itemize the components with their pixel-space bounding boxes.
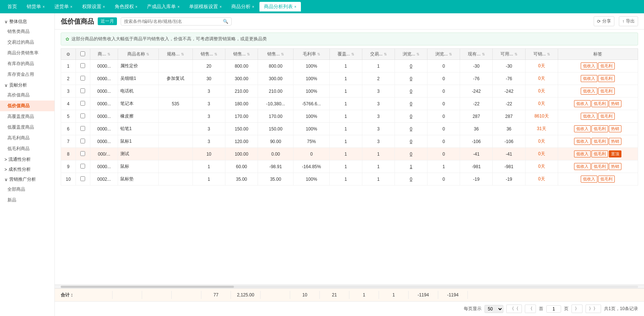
row-checkbox[interactable]: [80, 113, 85, 118]
sidebar-group-marketing[interactable]: ∨ 营销推广分析: [0, 174, 54, 184]
sidebar-item-sales-goods[interactable]: 销售类商品: [0, 26, 54, 37]
row-checkbox[interactable]: [80, 76, 85, 81]
sidebar-item-high-coverage[interactable]: 高覆盖度商品: [0, 111, 54, 122]
row-checkbox[interactable]: [80, 176, 85, 181]
page-number-input[interactable]: [546, 305, 561, 313]
tag: 低收入: [581, 176, 597, 183]
sidebar-group-growth[interactable]: > 成长性分析: [0, 164, 54, 174]
browse-link[interactable]: 0: [410, 177, 412, 182]
col-sales-price[interactable]: 销售... ⇅: [225, 49, 258, 60]
close-icon[interactable]: ×: [70, 5, 73, 9]
cell-available: -41: [493, 148, 525, 160]
row-checkbox[interactable]: [80, 88, 85, 93]
close-icon[interactable]: ×: [219, 5, 222, 9]
col-available[interactable]: 可用... ⇅: [493, 49, 525, 60]
sidebar-item-new-goods[interactable]: 新品: [0, 195, 54, 205]
sidebar-item-all-goods[interactable]: 全部商品: [0, 184, 54, 195]
prev-page-button[interactable]: 〈: [525, 305, 536, 313]
cell-browse1: 1: [395, 160, 427, 173]
nav-permissions[interactable]: 权限设置 ×: [78, 2, 110, 11]
sidebar-item-stock-goods[interactable]: 有库存的商品: [0, 58, 54, 69]
cell-sales-amount: 90.00: [258, 135, 294, 148]
page-size-select[interactable]: 50 100: [484, 305, 503, 313]
sidebar-item-category-rate[interactable]: 商品分类销售率: [0, 48, 54, 58]
row-checkbox[interactable]: [80, 63, 85, 68]
browse-link[interactable]: 0: [410, 114, 412, 119]
select-all-checkbox[interactable]: [80, 51, 85, 56]
browse-link[interactable]: 0: [410, 139, 412, 144]
cell-current: 287: [460, 110, 493, 123]
row-checkbox[interactable]: [80, 126, 85, 131]
cell-sales-price: 180.00: [225, 98, 258, 110]
col-coverage[interactable]: 覆盖... ⇅: [329, 49, 362, 60]
last-page-button[interactable]: 〉〉: [586, 305, 601, 313]
nav-home[interactable]: 首页: [3, 2, 21, 11]
nav-roles[interactable]: 角色授权 ×: [110, 2, 142, 11]
cell-coverage: 1: [329, 135, 362, 148]
sidebar-item-high-margin[interactable]: 高毛利商品: [0, 133, 54, 143]
col-sellable[interactable]: 可销... ⇅: [525, 49, 558, 60]
browse-link[interactable]: 0: [410, 76, 412, 81]
row-checkbox[interactable]: [80, 164, 85, 169]
nav-sales-order[interactable]: 销货单 ×: [22, 2, 49, 11]
col-gross-rate[interactable]: 毛利率 ⇅: [294, 49, 329, 60]
horizontal-scrollbar[interactable]: [55, 285, 644, 288]
nav-product-analysis[interactable]: 商品分析 ×: [227, 2, 259, 11]
first-page-button[interactable]: 〈〈: [506, 305, 522, 313]
scroll-thumb: [61, 286, 234, 288]
sidebar-item-traded-goods[interactable]: 交易过的商品: [0, 37, 54, 48]
sidebar-group-circulation[interactable]: > 流通性分析: [0, 154, 54, 164]
sidebar-item-low-value[interactable]: 低价值商品: [0, 101, 54, 111]
footer-spacer3: [142, 291, 172, 299]
close-icon[interactable]: ×: [252, 5, 254, 9]
row-checkbox[interactable]: [80, 101, 85, 106]
close-icon[interactable]: ×: [177, 5, 180, 9]
next-page-button[interactable]: 〉: [571, 305, 583, 313]
cell-sales-amount: 0.00: [258, 148, 294, 160]
col-code[interactable]: 商... ⇅: [90, 49, 118, 60]
browse-link[interactable]: 0: [410, 101, 412, 106]
sidebar-item-low-margin[interactable]: 低毛利商品: [0, 143, 54, 154]
date-badge[interactable]: 近一月: [98, 17, 117, 25]
sidebar-item-stock-capital[interactable]: 库存资金占用: [0, 69, 54, 80]
browse-link[interactable]: 0: [410, 89, 412, 94]
col-browse1[interactable]: 浏览... ⇅: [395, 49, 427, 60]
browse-link[interactable]: 1: [410, 164, 412, 169]
col-settings[interactable]: ⚙: [61, 49, 76, 60]
sidebar-group-contribution[interactable]: ∨ 贡献分析: [0, 80, 54, 90]
sidebar-group-overall[interactable]: ∨ 整体信息: [0, 16, 54, 26]
browse-link[interactable]: 0: [410, 64, 412, 69]
close-icon[interactable]: ×: [43, 5, 45, 9]
nav-product-stock[interactable]: 产成品入库单 ×: [142, 2, 184, 11]
cell-browse2: 0: [427, 110, 460, 123]
col-spec[interactable]: 规格... ⇅: [158, 49, 192, 60]
export-button[interactable]: ↑ 导出: [619, 16, 638, 26]
search-icon[interactable]: 🔍: [223, 19, 228, 24]
browse-link[interactable]: 0: [410, 126, 412, 132]
col-name[interactable]: 商品名称 ⇅: [118, 49, 158, 60]
cell-available: -19: [493, 173, 525, 186]
cell-trade: 2: [362, 72, 395, 85]
row-checkbox[interactable]: [80, 139, 85, 143]
search-input[interactable]: [124, 19, 221, 24]
close-icon[interactable]: ×: [103, 5, 105, 9]
sidebar-item-low-coverage[interactable]: 低覆盖度商品: [0, 122, 54, 133]
cell-tags: 低收入低毛利置顶: [558, 148, 638, 160]
col-current[interactable]: 现有... ⇅: [460, 49, 493, 60]
nav-product-analysis-list[interactable]: 商品分析列表 ×: [259, 2, 301, 11]
close-icon[interactable]: ×: [135, 5, 138, 9]
share-button[interactable]: ⟳ 分享: [594, 16, 614, 26]
col-sales-qty[interactable]: 销售... ⇅: [192, 49, 225, 60]
col-trade[interactable]: 交易... ⇅: [362, 49, 395, 60]
sidebar-item-high-value[interactable]: 高价值商品: [0, 90, 54, 101]
cell-tags: 低收入低毛利: [558, 85, 638, 98]
row-checkbox[interactable]: [80, 151, 85, 156]
browse-link[interactable]: 0: [410, 152, 412, 157]
nav-doc-template[interactable]: 单据模板设置 ×: [185, 2, 226, 11]
chevron-right-icon: >: [4, 157, 7, 162]
col-sales-amount[interactable]: 销售... ⇅: [258, 49, 294, 60]
close-icon[interactable]: ×: [294, 5, 296, 9]
col-browse2[interactable]: 浏览... ⇅: [427, 49, 460, 60]
nav-purchase-order[interactable]: 进货单 ×: [50, 2, 77, 11]
cell-code: 0000...: [90, 110, 118, 123]
